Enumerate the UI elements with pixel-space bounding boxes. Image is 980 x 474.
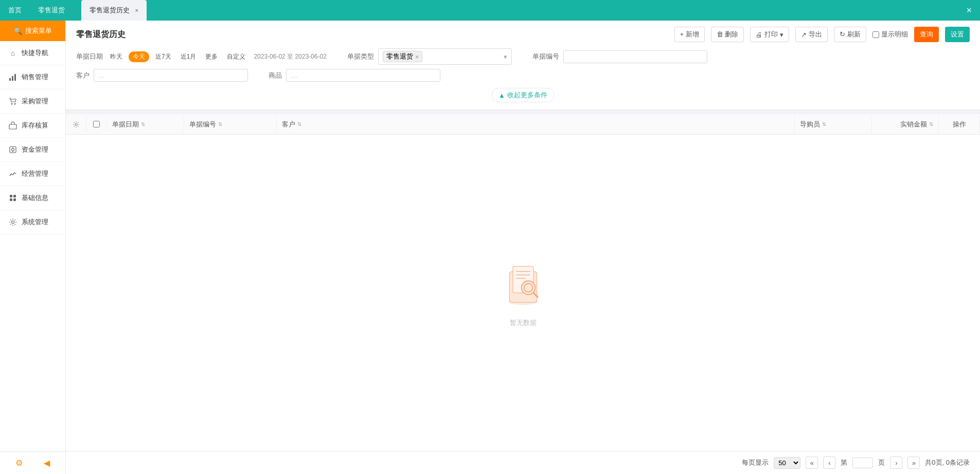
sidebar-item-basic-info[interactable]: 基础信息 [0, 186, 65, 210]
top-bar: 首页 零售退货 × 零售退货历史 × × [0, 0, 980, 21]
tab-retail-return-history[interactable]: 零售退货历史 × [81, 0, 146, 21]
show-detail-checkbox[interactable]: 显示明细 [872, 30, 908, 39]
date-option-7days[interactable]: 近7天 [152, 51, 174, 62]
sidebar-bottom: ⚙ ◀ [0, 451, 65, 474]
date-option-more[interactable]: 更多 [202, 51, 221, 62]
customer-filter-item: 客户 … [76, 69, 248, 82]
page-header: 零售退货历史 + 新增 🗑 删除 🖨 打印 ▾ ↗ 导出 ↻ 刷新 [66, 21, 980, 110]
refresh-button[interactable]: ↻ 刷新 [834, 27, 866, 42]
empty-state: 暂无数据 [66, 135, 980, 451]
date-option-custom[interactable]: 自定义 [224, 51, 248, 62]
guide-sort-icon: ⇅ [822, 121, 826, 127]
tab-retail-return-label: 零售退货 [38, 6, 65, 15]
type-chevron-icon: ▾ [504, 53, 507, 61]
th-customer-label: 客户 [282, 120, 295, 129]
sidebar-item-quick-nav[interactable]: ⌂ 快捷导航 [0, 41, 65, 65]
page-label: 第 [841, 458, 847, 467]
export-button[interactable]: ↗ 导出 [795, 27, 828, 42]
date-range-display: 2023-06-02 至 2023-06-02 [254, 52, 326, 61]
collapse-filter-button[interactable]: ▲ 收起更多条件 [492, 88, 554, 102]
th-number-label: 单据编号 [189, 120, 216, 129]
tab-retail-return-close[interactable]: × [70, 7, 73, 13]
th-amount-label: 实销金额 [900, 120, 927, 129]
sidebar-item-sales-mgmt[interactable]: 销售管理 [0, 65, 65, 89]
number-filter-input[interactable] [563, 50, 707, 63]
filter-area: 单据日期 昨天 今天 近7天 近1月 更多 自定义 2023-06-02 至 2… [76, 48, 970, 110]
next-page-button[interactable]: › [890, 457, 902, 469]
svg-rect-0 [9, 78, 11, 81]
collapse-up-icon: ▲ [498, 92, 505, 99]
svg-rect-8 [10, 195, 12, 197]
type-tag-close[interactable]: × [415, 53, 419, 61]
last-page-button[interactable]: » [907, 457, 920, 469]
query-button[interactable]: 查询 [914, 27, 939, 42]
th-guide-label: 导购员 [800, 120, 820, 129]
tab-home[interactable]: 首页 [0, 0, 30, 21]
sales-mgmt-icon [8, 72, 17, 82]
tab-retail-return-history-close[interactable]: × [135, 7, 138, 13]
sidebar-search[interactable]: 🔍 搜索菜单 [0, 21, 65, 41]
show-detail-label: 显示明细 [881, 30, 908, 39]
window-close-button[interactable]: × [966, 5, 980, 16]
sidebar-item-sys-mgmt[interactable]: 系统管理 [0, 210, 65, 234]
inventory-icon [8, 121, 17, 130]
first-page-button[interactable]: « [806, 457, 818, 469]
delete-button[interactable]: 🗑 删除 [711, 27, 744, 42]
settings-icon[interactable]: ⚙ [15, 458, 23, 468]
th-number[interactable]: 单据编号 ⇅ [184, 116, 277, 133]
page-unit: 页 [878, 458, 885, 467]
date-option-today[interactable]: 今天 [129, 51, 149, 62]
prev-page-button[interactable]: ‹ [823, 457, 835, 469]
date-filter-item: 单据日期 昨天 今天 近7天 近1月 更多 自定义 2023-06-02 至 2… [76, 51, 327, 62]
finance-mgmt-icon [8, 145, 17, 154]
sidebar-item-operations-mgmt[interactable]: 经营管理 [0, 162, 65, 186]
search-icon: 🔍 [14, 27, 22, 35]
show-detail-input[interactable] [872, 31, 879, 38]
tab-bar: 首页 零售退货 × 零售退货历史 × [0, 0, 966, 21]
svg-point-12 [12, 221, 14, 224]
th-customer[interactable]: 客户 ⇅ [277, 116, 795, 133]
goods-filter-select[interactable]: … [286, 69, 440, 82]
sidebar: 🔍 搜索菜单 ⌂ 快捷导航 销售管理 采购管理 [0, 21, 66, 474]
date-option-1month[interactable]: 近1月 [177, 51, 200, 62]
th-date[interactable]: 单据日期 ⇅ [107, 116, 184, 133]
th-settings[interactable] [66, 117, 86, 132]
customer-filter-label: 客户 [76, 71, 90, 80]
sidebar-item-finance-mgmt[interactable]: 资金管理 [0, 138, 65, 162]
sidebar-item-purchase-mgmt[interactable]: 采购管理 [0, 89, 65, 114]
type-filter-label: 单据类型 [347, 52, 374, 61]
tab-retail-return[interactable]: 零售退货 × [30, 0, 81, 21]
th-checkbox[interactable] [86, 117, 107, 132]
sidebar-item-quick-nav-label: 快捷导航 [22, 48, 48, 58]
settings-button[interactable]: 设置 [945, 27, 970, 42]
svg-rect-2 [14, 74, 16, 81]
date-sort-icon: ⇅ [141, 121, 145, 127]
number-filter-item: 单据编号 [532, 50, 707, 63]
print-icon: 🖨 [756, 31, 762, 39]
export-icon: ↗ [801, 31, 807, 39]
svg-rect-5 [9, 124, 16, 129]
sidebar-item-operations-mgmt-label: 经营管理 [22, 169, 48, 178]
sidebar-search-label: 搜索菜单 [25, 26, 52, 35]
filter-row-1: 单据日期 昨天 今天 近7天 近1月 更多 自定义 2023-06-02 至 2… [76, 48, 970, 65]
print-button[interactable]: 🖨 打印 ▾ [750, 27, 789, 42]
new-button[interactable]: + 新增 [674, 27, 705, 42]
collapse-filter-label: 收起更多条件 [507, 90, 547, 100]
sidebar-item-inventory[interactable]: 库存核算 [0, 114, 65, 138]
per-page-select[interactable]: 50 10 20 100 [774, 457, 800, 469]
customer-filter-select[interactable]: … [94, 69, 248, 82]
date-option-yesterday[interactable]: 昨天 [107, 51, 126, 62]
th-action-label: 操作 [953, 120, 966, 129]
date-options: 昨天 今天 近7天 近1月 更多 自定义 2023-06-02 至 2023-0… [107, 51, 327, 62]
svg-point-7 [12, 149, 14, 151]
sidebar-item-finance-mgmt-label: 资金管理 [22, 145, 48, 154]
collapse-sidebar-icon[interactable]: ◀ [44, 458, 50, 468]
operations-mgmt-icon [8, 169, 17, 178]
quick-nav-icon: ⌂ [8, 48, 17, 58]
type-filter-select[interactable]: 零售退货 × ▾ [378, 48, 512, 65]
print-label: 打印 [764, 30, 778, 39]
select-all-checkbox[interactable] [93, 121, 100, 127]
th-guide[interactable]: 导购员 ⇅ [795, 116, 872, 133]
page-input[interactable]: 1 [852, 458, 873, 468]
th-date-label: 单据日期 [112, 120, 139, 129]
